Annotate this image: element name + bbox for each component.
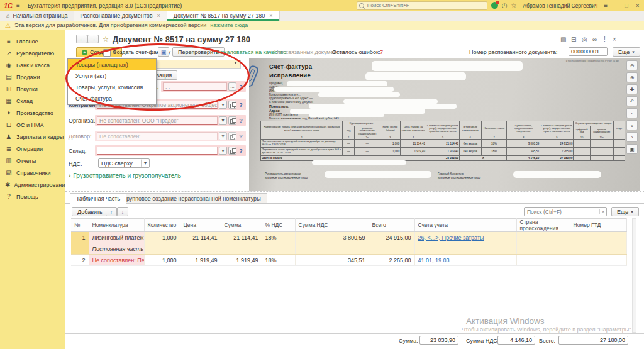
contract-input[interactable]: Не сопоставлен: bbox=[97, 132, 218, 140]
tab-recognition[interactable]: Распознавание документов × bbox=[74, 11, 167, 21]
menu-item-invoice[interactable]: Счет-фактура bbox=[68, 93, 156, 104]
preview-icon[interactable]: ◎ bbox=[582, 36, 587, 43]
global-search[interactable] bbox=[357, 1, 487, 10]
maximize-button[interactable]: □ bbox=[623, 3, 630, 9]
sidebar-item-help[interactable]: ?Помощь bbox=[0, 191, 65, 202]
scanned-document-viewer[interactable]: к постановлению Правительства РФ от 26 д… bbox=[249, 58, 640, 191]
sidebar-item-sales[interactable]: ▤Продажи bbox=[0, 71, 65, 83]
favorite-star-icon[interactable]: ☆ bbox=[103, 35, 109, 43]
menu-item-services[interactable]: Услуги (акт) bbox=[68, 70, 156, 82]
menu-item-goods-services[interactable]: Товары, услуги, комиссия bbox=[68, 82, 156, 93]
sidebar-item-assets[interactable]: ⊟ОС и НМА bbox=[0, 119, 65, 131]
consignor-expander[interactable]: › Грузоотправитель и грузополучатель bbox=[69, 172, 181, 179]
accounts-link[interactable]: 26, <...>, Прочие затраты bbox=[418, 235, 484, 241]
accounts-link[interactable]: 41.01, 19.03 bbox=[418, 257, 450, 263]
tab-tabular-part[interactable]: Табличная часть bbox=[70, 193, 126, 204]
minimize-button[interactable]: – bbox=[611, 3, 619, 9]
chevron-down-icon[interactable]: ▾ bbox=[219, 132, 227, 140]
help-question-icon[interactable]: ? bbox=[238, 148, 244, 154]
add-row-button[interactable]: Добавить bbox=[72, 207, 108, 216]
sidebar-item-catalogs[interactable]: ▧Справочники bbox=[0, 167, 65, 179]
open-link-icon[interactable] bbox=[228, 147, 236, 155]
sidebar-item-hr[interactable]: ♟Зарплата и кадры bbox=[0, 131, 65, 143]
vat-mode-select[interactable]: НДС сверху ▾ bbox=[98, 158, 150, 168]
tab-group-create[interactable]: ▨ Групповое создание нераспознанной номе… bbox=[109, 193, 267, 204]
close-form-icon[interactable]: × bbox=[613, 36, 616, 43]
tab-home[interactable]: ⌂ Начальная страница bbox=[0, 11, 74, 21]
sidebar-item-main[interactable]: ≡Главное bbox=[0, 35, 65, 47]
favorites-icon[interactable]: ☆ bbox=[511, 3, 516, 9]
warning-link[interactable]: нажмите сюда bbox=[210, 22, 248, 28]
help-question-icon[interactable]: ? bbox=[238, 102, 244, 108]
organization-input[interactable]: Не сопоставлен: ООО "Прадос" bbox=[97, 116, 218, 125]
user-name[interactable]: Абрамов Геннадий Сергеевич bbox=[523, 3, 597, 9]
link-icon[interactable]: ∞ bbox=[592, 36, 597, 43]
zoom-out-button[interactable]: ⊖ bbox=[626, 60, 638, 70]
open-link-icon[interactable] bbox=[228, 101, 236, 109]
total-input[interactable]: 27 180,00 bbox=[558, 336, 628, 345]
sidebar-item-reports[interactable]: ▥Отчеты bbox=[0, 155, 65, 167]
chevron-down-icon[interactable]: ▾ bbox=[219, 147, 227, 155]
bank-icon: ◉ bbox=[5, 62, 13, 69]
close-tab-icon[interactable]: × bbox=[157, 13, 160, 19]
clear-search-icon[interactable]: × bbox=[599, 209, 606, 214]
date-input[interactable]: . . bbox=[163, 82, 227, 91]
date-picker-button[interactable]: ... bbox=[228, 82, 236, 91]
sidebar-item-manager[interactable]: ↗Руководителю bbox=[0, 47, 65, 59]
save-document-button[interactable]: ▣ bbox=[158, 47, 169, 57]
save-icon[interactable]: ▤ bbox=[560, 36, 566, 43]
main-menu-icon[interactable]: ≡ bbox=[16, 3, 20, 9]
global-search-input[interactable] bbox=[366, 2, 485, 9]
chevron-down-icon[interactable]: ▾ bbox=[219, 116, 227, 125]
open-link-icon[interactable] bbox=[228, 132, 236, 140]
open-link-icon[interactable] bbox=[228, 116, 236, 125]
sidebar-item-operations[interactable]: ≣Операции bbox=[0, 143, 65, 155]
grid-search-input[interactable] bbox=[525, 209, 599, 215]
unmatched-item-link[interactable]: Не сопоставлен: Пере... bbox=[92, 257, 145, 263]
help-question-icon[interactable]: ? bbox=[238, 84, 244, 90]
important-icon[interactable]: ! bbox=[604, 36, 606, 43]
move-down-button[interactable]: ↓ bbox=[117, 207, 128, 216]
viewer-toolbar: ⊖ ⊕ ✚ ↶ ‹ v › ▣ bbox=[626, 60, 638, 154]
grid-more-button[interactable]: Еще ▾ bbox=[611, 207, 639, 216]
expand-button[interactable]: ▣ bbox=[626, 144, 638, 154]
close-tab-icon[interactable]: × bbox=[269, 13, 272, 19]
next-page-button[interactable]: › bbox=[626, 132, 638, 142]
notifications-icon[interactable] bbox=[491, 2, 498, 9]
sidebar-item-production[interactable]: ✦Производство bbox=[0, 107, 65, 119]
sidebar-item-administration[interactable]: ✱Администрирование bbox=[0, 179, 65, 191]
back-button[interactable]: ← bbox=[76, 35, 87, 43]
move-up-button[interactable]: ↑ bbox=[106, 207, 117, 216]
tab-document[interactable]: Документ № 8517 на сумму 27 180 × bbox=[167, 11, 280, 21]
sum-input[interactable]: 23 033,90 bbox=[419, 336, 458, 345]
recognized-number-input[interactable]: 000000001 bbox=[569, 47, 608, 56]
table-row[interactable]: 2 Не сопоставлен: Пере... 1,000 1 919,49… bbox=[71, 255, 626, 266]
close-button[interactable]: × bbox=[634, 3, 641, 9]
grid-search[interactable]: × bbox=[524, 207, 607, 216]
forward-button[interactable]: → bbox=[87, 35, 99, 43]
pan-button[interactable]: ✚ bbox=[626, 84, 638, 94]
history-icon[interactable]: ◷ bbox=[502, 3, 508, 9]
create-invoice-checkbox[interactable] bbox=[103, 49, 111, 57]
collapse-button[interactable]: v bbox=[626, 120, 638, 130]
sidebar-item-bank[interactable]: ◉Банк и касса bbox=[0, 59, 65, 71]
help-question-icon[interactable]: ? bbox=[238, 133, 244, 140]
service-menu-icon[interactable]: ≡ bbox=[604, 3, 608, 9]
zoom-in-button[interactable]: ⊕ bbox=[626, 72, 638, 82]
chevron-down-icon[interactable]: ▾ bbox=[219, 101, 227, 109]
more-button[interactable]: Еще ▾ bbox=[613, 47, 640, 57]
chevron-down-icon[interactable]: ▾ bbox=[231, 60, 240, 68]
sidebar-item-purchases[interactable]: ⊞Покупки bbox=[0, 83, 65, 95]
sidebar-item-warehouse[interactable]: ▦Склад bbox=[0, 95, 65, 107]
table-row[interactable]: 1 Лизинговый платеж 1,000 21 114,41 21 1… bbox=[71, 232, 626, 243]
prev-page-button[interactable]: ‹ bbox=[626, 108, 638, 118]
page-title: Документ № 8517 на сумму 27 180 bbox=[113, 35, 250, 44]
help-question-icon[interactable]: ? bbox=[238, 118, 244, 124]
menu-item-goods[interactable]: Товары (накладная) bbox=[68, 59, 156, 70]
grid-scrollbar[interactable] bbox=[632, 218, 636, 333]
print-icon[interactable]: ⊟ bbox=[571, 36, 576, 43]
vat-sum-input[interactable]: 4 146,10 bbox=[497, 336, 535, 345]
warehouse-input[interactable] bbox=[97, 147, 218, 155]
rotate-button[interactable]: ↶ bbox=[626, 96, 638, 106]
table-subrow[interactable]: Постоянная часть а... bbox=[71, 243, 626, 255]
